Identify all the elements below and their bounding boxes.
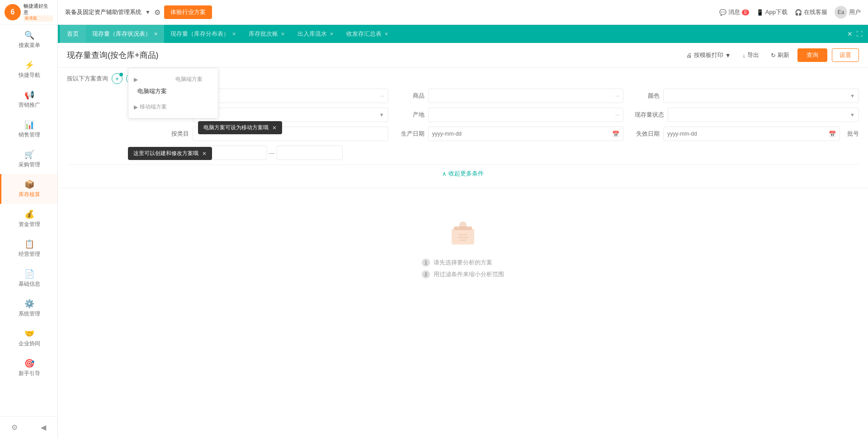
print-btn[interactable]: 🖨 按模板打印 ▼ [683,49,735,61]
purchase-icon: 🛒 [24,150,34,160]
origin-select[interactable]: ··· [428,108,624,122]
system-icon: ⚙️ [24,299,34,309]
quick-icon: ⚡ [24,60,34,70]
tab-close-stock-batch[interactable]: ✕ [281,31,285,37]
refresh-btn[interactable]: ↻ 刷新 [767,49,793,61]
pc-scheme-section: ▶ ▶ 电脑端方案 电脑端方案 电脑端方案 [128,72,218,99]
tab-bar-right: ✕ ⛶ [847,30,866,38]
sidebar-item-collab[interactable]: 🤝 企业协同 [0,323,57,353]
industry-btn[interactable]: 体验行业方案 [164,5,212,19]
pc-scheme-toggle[interactable]: ▶ ▶ 电脑端方案 电脑端方案 [128,74,218,85]
tab-summary[interactable]: 收发存汇总表 ✕ [340,25,395,43]
set-btn[interactable]: 设置 [832,48,859,62]
batch-label: 批号 [847,130,859,138]
system-name: 装备及固定资产辅助管理系统 [65,8,142,16]
guide-icon: 🎯 [24,358,34,368]
print-dropdown-icon: ▼ [725,52,731,59]
size-select[interactable]: ▼ [193,108,388,122]
stockqty-max-input[interactable] [277,146,343,160]
avatar: Ea [835,6,847,19]
page-title: 现存量查询(按仓库+商品) [67,50,159,61]
sidebar-item-purchase[interactable]: 🛒 采购管理 [0,144,57,174]
stock-status-select[interactable]: ▼ [668,108,859,122]
tab-close-stock-dist[interactable]: ✕ [232,31,236,37]
search-btn[interactable]: 查询 [797,48,827,62]
pc-scheme-item[interactable]: 电脑端方案 [128,85,218,98]
tab-close-stock-status[interactable]: ✕ [154,31,158,37]
tooltip-pc: 电脑方案可设为移动方案哦 ✕ [198,121,282,134]
expiredate-input[interactable]: 📅 [663,127,840,141]
proddate-input[interactable]: 📅 [428,127,624,141]
sidebar-collapse-btn[interactable]: ◀ [38,420,49,434]
collapse-more-btn[interactable]: ∧ 收起更多条件 [67,165,859,182]
calendar-icon-expire: 📅 [829,131,836,137]
color-select[interactable]: ▼ [663,89,859,103]
content-area: 现存量查询(按仓库+商品) 🖨 按模板打印 ▼ ↓ 导出 ↻ 刷新 [58,43,868,438]
user-btn[interactable]: Ea 用户 [835,6,861,19]
product2-select-arrow: ··· [615,93,619,99]
tab-flow[interactable]: 出入库流水 ✕ [291,25,340,43]
main-area: 装备及固定资产辅助管理系统 ▼ ⚙ 体验行业方案 💬 消息 6 📱 App下载 … [58,0,868,438]
tab-stock-status[interactable]: 现存量（库存状况表） ✕ [86,25,164,43]
tab-stock-dist[interactable]: 现存量（库存分布表） ✕ [164,25,242,43]
sidebar-item-marketing[interactable]: 📢 营销推广 [0,85,57,114]
online-service-btn[interactable]: 🎧 在线客服 [795,8,827,16]
finance-icon: 💰 [24,209,34,219]
filter-add-btn[interactable]: + [112,73,123,84]
sidebar-item-guide[interactable]: 🎯 新手引导 [0,353,57,383]
export-btn[interactable]: ↓ 导出 [739,49,763,61]
tooltip-create-close[interactable]: ✕ [202,151,207,157]
marketing-icon: 📢 [24,90,34,100]
product2-select[interactable]: ··· [428,89,624,103]
proddate-text[interactable] [432,131,611,137]
empty-tip-1: 1 请先选择要分析的方案 [422,259,504,267]
origin-label: 产地 [397,111,425,119]
export-icon: ↓ [743,52,746,59]
sidebar-item-inventory[interactable]: 📦 库存核算 [0,174,57,204]
mobile-expand-icon: ▶ [134,104,138,110]
filter-area: 按以下方案查询 + ✎ « ▶ [58,68,868,188]
filter-active-dot [119,73,123,76]
scheme-panel: ▶ ▶ 电脑端方案 电脑端方案 电脑端方案 ▶ 移动端方案 [128,68,218,118]
proddate-label: 生产日期 [397,130,425,138]
tab-home[interactable]: 首页 [60,25,86,43]
refresh-icon: ↻ [771,52,776,59]
tab-bar: 首页 现存量（库存状况表） ✕ 现存量（库存分布表） ✕ 库存批次账 ✕ 出入库… [58,25,868,43]
tab-stock-batch[interactable]: 库存批次账 ✕ [242,25,291,43]
sidebar: 6 畅捷通好生意 标准版 🔍 搜索菜单 ⚡ 快捷导航 📢 营销推广 📊 销售管理… [0,0,58,438]
sidebar-logo: 6 畅捷通好生意 标准版 [0,0,57,25]
collab-icon: 🤝 [24,329,34,339]
phone-icon: 📱 [756,9,764,16]
tip-num-2: 2 [422,270,430,278]
filter-expiredate-row: 失效日期 📅 批号 [632,127,859,141]
size-select-arrow: ▼ [379,112,384,118]
sidebar-item-basic[interactable]: 📄 基础信息 [0,264,57,293]
logo-icon: 6 [5,4,21,20]
filter-origin-row: 产地 ··· [397,108,624,122]
sidebar-settings-btn[interactable]: ⚙ [9,420,20,434]
expiredate-text[interactable] [667,131,827,137]
tab-close-all-btn[interactable]: ✕ [847,30,853,38]
sidebar-item-sales[interactable]: 📊 销售管理 [0,114,57,144]
mobile-scheme-toggle[interactable]: ▶ 移动端方案 [128,101,218,113]
tab-close-summary[interactable]: ✕ [384,31,388,37]
tab-close-flow[interactable]: ✕ [330,31,334,37]
system-dropdown-btn[interactable]: ▼ [145,9,151,15]
msg-btn[interactable]: 💬 消息 6 [719,8,749,16]
settings-btn[interactable]: ⚙ [154,8,160,17]
sidebar-item-search[interactable]: 🔍 搜索菜单 [0,25,57,55]
product-select[interactable]: ··· [193,89,388,103]
sales-icon: 📊 [24,120,34,130]
app-download-btn[interactable]: 📱 App下载 [756,8,788,16]
empty-tip-2: 2 用过滤条件来缩小分析范围 [422,270,504,278]
filter-color-row: 颜色 ▼ [632,89,859,103]
sidebar-item-quick[interactable]: ⚡ 快捷导航 [0,55,57,85]
sidebar-item-finance[interactable]: 💰 资金管理 [0,204,57,234]
stock-status-label: 现存量状态 [632,111,664,119]
sidebar-item-operation[interactable]: 📋 经营管理 [0,234,57,264]
tab-fullscreen-btn[interactable]: ⛶ [856,30,863,38]
pc-expand-icon: ▶ [134,76,138,83]
sidebar-item-system[interactable]: ⚙️ 系统管理 [0,293,57,323]
tooltip-pc-close[interactable]: ✕ [272,125,277,131]
sidebar-nav: 🔍 搜索菜单 ⚡ 快捷导航 📢 营销推广 📊 销售管理 🛒 采购管理 📦 库存核… [0,25,57,416]
